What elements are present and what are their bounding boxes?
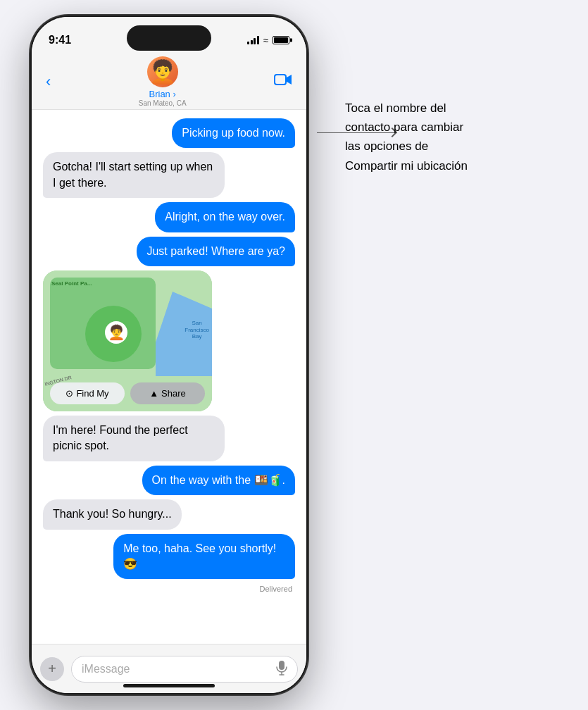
- message-bubble-sent: Me too, haha. See you shortly! 😎: [113, 534, 295, 580]
- wifi-icon: ≈: [263, 35, 268, 46]
- bay-label: SanFranciscoBay: [184, 320, 209, 340]
- back-button[interactable]: ‹: [46, 73, 51, 91]
- find-my-button[interactable]: ⊙ Find My: [50, 382, 125, 404]
- message-row-map[interactable]: Seal Point Pa... SanFranciscoBay INGTON …: [43, 270, 295, 411]
- message-bubble-received: Gotcha! I'll start setting up when I get…: [43, 152, 225, 198]
- annotation-area: Toca el nombre delcontacto para cambiarl…: [338, 0, 588, 710]
- message-row: I'm here! Found the perfect picnic spot.: [43, 416, 295, 461]
- plus-icon: +: [48, 661, 56, 677]
- share-icon: ▲: [149, 388, 158, 399]
- message-bubble-sent: Picking up food now.: [172, 118, 295, 148]
- message-row: Alright, on the way over.: [43, 202, 295, 232]
- nav-header: ‹ 🧑‍🦱 Brian › San Mateo, CA: [32, 54, 306, 110]
- microphone-icon[interactable]: [276, 660, 287, 678]
- message-row: On the way with the 🍱🧃.: [43, 466, 295, 495]
- findmy-label: Find My: [76, 388, 108, 399]
- messages-area[interactable]: Picking up food now. Gotcha! I'll start …: [32, 110, 306, 644]
- battery-fill: [274, 37, 288, 43]
- map-action-buttons: ⊙ Find My ▲ Share: [50, 382, 205, 404]
- user-location-pin: 🧑‍🦱: [105, 321, 127, 344]
- status-time: 9:41: [49, 34, 71, 46]
- avatar: 🧑‍🦱: [147, 56, 178, 87]
- message-row: Thank you! So hungry...: [43, 499, 295, 529]
- message-bubble-received: Thank you! So hungry...: [43, 499, 182, 529]
- annotation-text: Toca el nombre delcontacto para cambiarl…: [345, 99, 468, 175]
- message-bubble-received: I'm here! Found the perfect picnic spot.: [43, 416, 225, 461]
- status-icons: ≈: [247, 35, 289, 46]
- phone-area: 9:41 ≈ ‹ 🧑‍🦱 Brian › San Mateo, CA: [0, 0, 338, 710]
- message-bubble-sent: Alright, on the way over.: [155, 202, 295, 232]
- message-bubble-sent: On the way with the 🍱🧃.: [142, 466, 295, 495]
- message-bubble-sent: Just parked! Where are ya?: [137, 237, 295, 266]
- avatar-emoji: 🧑‍🦱: [149, 61, 177, 83]
- share-location-button[interactable]: ▲ Share: [130, 382, 205, 404]
- findmy-icon: ⊙: [65, 388, 73, 399]
- message-row: Me too, haha. See you shortly! 😎: [43, 534, 295, 580]
- home-indicator: [123, 684, 215, 687]
- video-call-button[interactable]: [274, 73, 292, 89]
- svg-rect-0: [275, 75, 286, 85]
- battery-icon: [273, 36, 289, 44]
- message-row: Gotcha! I'll start setting up when I get…: [43, 152, 295, 198]
- status-bar: 9:41 ≈: [32, 17, 306, 54]
- contact-name[interactable]: Brian ›: [149, 89, 176, 99]
- contact-info[interactable]: 🧑‍🦱 Brian › San Mateo, CA: [139, 56, 187, 107]
- message-row: Just parked! Where are ya?: [43, 237, 295, 266]
- phone-frame: 9:41 ≈ ‹ 🧑‍🦱 Brian › San Mateo, CA: [32, 17, 306, 693]
- message-input-field[interactable]: iMessage: [71, 656, 298, 683]
- add-attachment-button[interactable]: +: [40, 657, 64, 681]
- signal-bars-icon: [247, 36, 259, 44]
- share-label: Share: [161, 388, 186, 399]
- map-bubble[interactable]: Seal Point Pa... SanFranciscoBay INGTON …: [43, 270, 212, 411]
- message-row: Picking up food now.: [43, 118, 295, 148]
- input-placeholder: iMessage: [82, 663, 130, 675]
- park-label: Seal Point Pa...: [51, 280, 92, 287]
- delivered-status: Delivered: [43, 585, 295, 593]
- svg-rect-1: [279, 661, 284, 670]
- dynamic-island: [127, 25, 211, 51]
- contact-location: San Mateo, CA: [139, 99, 187, 107]
